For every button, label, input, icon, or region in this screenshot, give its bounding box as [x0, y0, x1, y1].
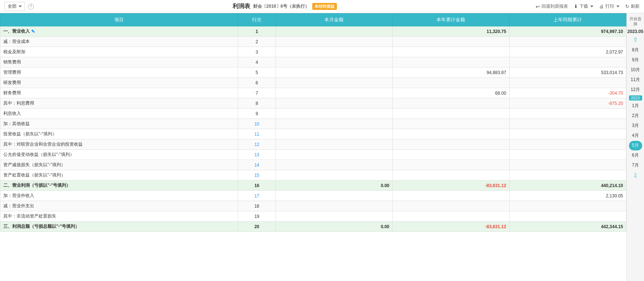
sidebar-month-item[interactable]: 2月 [629, 111, 642, 121]
report-title: 利润表 [233, 3, 250, 10]
sidebar-month-item[interactable]: 3月 [629, 121, 642, 131]
table-cell-year [392, 160, 509, 170]
download-chevron-icon [590, 6, 593, 7]
download-btn[interactable]: ⬇ 下载 [574, 3, 593, 10]
table-cell-month [276, 211, 392, 222]
table-cell-month [276, 150, 392, 160]
table-cell-month [276, 139, 392, 150]
table-cell-prev [509, 129, 626, 139]
table-cell-item: 利息收入 [0, 109, 238, 119]
table-cell-year: 11,320.75 [392, 26, 509, 37]
report-subtitle: 财会〔2019〕6号（未执行） [253, 3, 309, 10]
col-header-prev: 上年同期累计 [509, 14, 626, 26]
table-cell-row: 16 [238, 180, 276, 191]
sidebar-down-btn[interactable]: ⇩ [630, 171, 641, 181]
table-cell-item: 加：其他收益 [0, 119, 238, 129]
table-cell-item: 其中：对联营企业和合营企业的投资收益 [0, 139, 238, 150]
table-cell-row: 2 [238, 37, 276, 47]
table-cell-item: 管理费用 [0, 67, 238, 78]
table-cell-item: 公允价值变动收益（损失以"-"填列） [0, 150, 238, 160]
table-cell-row: 20 [238, 222, 276, 232]
table-cell-year [392, 98, 509, 109]
print-icon: 🖨 [599, 4, 604, 9]
chevron-down-icon [19, 6, 22, 7]
table-cell-year [392, 139, 509, 150]
sidebar-month-item[interactable]: 1月 [629, 101, 642, 111]
sidebar-title: 月份选择 [627, 15, 644, 28]
refresh-btn[interactable]: ↻ 刷新 [625, 3, 640, 10]
table-cell-item: 减：营业外支出 [0, 201, 238, 211]
table-cell-prev [509, 160, 626, 170]
sidebar-month-item[interactable]: 7月 [629, 161, 642, 170]
table-cell-row: 3 [238, 47, 276, 57]
table-cell-year [392, 129, 509, 139]
back-icon: ↩ [536, 4, 540, 10]
table-cell-row: 5 [238, 67, 276, 78]
back-btn[interactable]: ↩ 回退到原报表 [536, 3, 568, 10]
col-header-year: 本年累计金额 [392, 14, 509, 26]
table-cell-row: 15 [238, 170, 276, 180]
sidebar-month-item[interactable]: 2023 [629, 95, 642, 101]
sidebar-month-item[interactable]: 8月 [629, 45, 642, 55]
table-area: 项目 行次 本月金额 本年累计金额 上年同期累计 一、营业收入✎111,320.… [0, 13, 626, 281]
table-cell-year [392, 37, 509, 47]
table-cell-item: 财务费用 [0, 88, 238, 98]
table-cell-prev [509, 170, 626, 180]
sidebar-month-item[interactable]: 6月 [629, 151, 642, 160]
top-selector: 全部 ? [4, 2, 34, 11]
page-container: 全部 ? 利润表 财会〔2019〕6号（未执行） 未结转损益 ↩ 回退到原报表 … [0, 0, 644, 281]
table-cell-prev [509, 201, 626, 211]
table-cell-year [392, 150, 509, 160]
sidebar-months: 8月9月10月11月12月20231月2月3月4月5月6月7月 [629, 45, 642, 171]
table-cell-year [392, 119, 509, 129]
table-cell-prev [509, 139, 626, 150]
col-header-item: 项目 [0, 14, 238, 26]
sidebar-month-item[interactable]: 5月 [629, 141, 642, 150]
sidebar-right: 月份选择 2023.05 ⇧ 8月9月10月11月12月20231月2月3月4月… [626, 13, 644, 281]
col-header-row: 行次 [238, 14, 276, 26]
selector-dropdown[interactable]: 全部 [4, 2, 25, 11]
edit-icon[interactable]: ✎ [31, 29, 36, 34]
sidebar-month-item[interactable]: 4月 [629, 131, 642, 140]
table-cell-month [276, 170, 392, 180]
table-cell-month [276, 78, 392, 88]
table-cell-month [276, 109, 392, 119]
table-cell-year [392, 78, 509, 88]
table-cell-row: 7 [238, 88, 276, 98]
sidebar-month-item[interactable]: 12月 [629, 85, 642, 95]
table-cell-prev [509, 109, 626, 119]
table-cell-month: 0.00 [276, 180, 392, 191]
table-cell-item: 其中：非流动资产处置损失 [0, 211, 238, 222]
refresh-icon: ↻ [625, 4, 629, 9]
table-cell-month [276, 88, 392, 98]
table-cell-prev: -875.20 [509, 98, 626, 109]
table-cell-row: 18 [238, 201, 276, 211]
table-cell-month [276, 47, 392, 57]
sidebar-month-item[interactable]: 11月 [629, 75, 642, 85]
table-cell-row: 11 [238, 129, 276, 139]
sidebar-year: 2023.05 [627, 28, 644, 35]
table-cell-row: 17 [238, 191, 276, 201]
help-icon[interactable]: ? [28, 4, 34, 10]
table-cell-row: 8 [238, 98, 276, 109]
header-actions: ↩ 回退到原报表 ⬇ 下载 🖨 打印 ↻ 刷新 [536, 3, 640, 10]
table-cell-item: 税金及附加 [0, 47, 238, 57]
table-cell-row: 9 [238, 109, 276, 119]
table-cell-item: 二、营业利润（亏损以"-"号填列） [0, 180, 238, 191]
sidebar-month-item[interactable]: 9月 [629, 55, 642, 65]
table-cell-year [392, 109, 509, 119]
print-btn[interactable]: 🖨 打印 [599, 3, 619, 10]
table-cell-prev [509, 37, 626, 47]
table-cell-month [276, 129, 392, 139]
table-cell-row: 4 [238, 57, 276, 67]
table-cell-year: 94,883.87 [392, 67, 509, 78]
table-cell-prev [509, 211, 626, 222]
table-cell-prev: -304.70 [509, 88, 626, 98]
unexecuted-badge: 未结转损益 [312, 3, 337, 10]
sidebar-month-item[interactable]: 10月 [629, 65, 642, 75]
table-cell-item: 研发费用 [0, 78, 238, 88]
table-cell-month [276, 26, 392, 37]
table-cell-year [392, 47, 509, 57]
table-cell-year: 68.00 [392, 88, 509, 98]
sidebar-up-btn[interactable]: ⇧ [630, 35, 641, 45]
